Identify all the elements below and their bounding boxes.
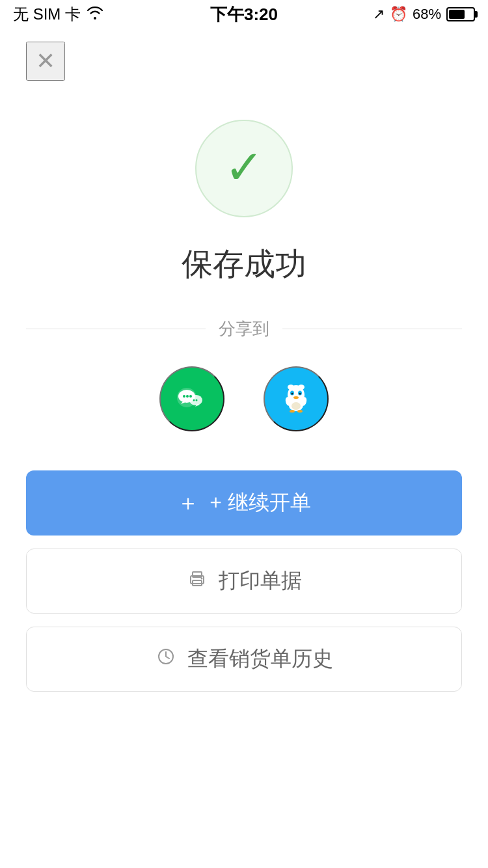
alarm-icon: ⏰ bbox=[390, 6, 407, 23]
share-section: 分享到 bbox=[26, 318, 462, 431]
svg-point-25 bbox=[201, 578, 203, 580]
svg-point-16 bbox=[290, 410, 295, 413]
share-label: 分享到 bbox=[219, 318, 269, 340]
success-title: 保存成功 bbox=[182, 243, 306, 285]
svg-point-13 bbox=[293, 396, 299, 399]
location-icon: ↗ bbox=[373, 6, 385, 23]
plus-icon: ＋ bbox=[177, 488, 199, 518]
history-button[interactable]: 查看销货单历史 bbox=[26, 627, 462, 692]
checkmark-icon: ✓ bbox=[224, 144, 264, 191]
wechat-icon bbox=[172, 379, 211, 418]
qq-icon bbox=[277, 379, 316, 418]
svg-point-3 bbox=[183, 395, 185, 398]
print-icon bbox=[186, 567, 208, 595]
svg-point-12 bbox=[299, 393, 301, 395]
share-divider: 分享到 bbox=[26, 318, 462, 340]
no-sim-label: 无 SIM 卡 bbox=[13, 4, 81, 25]
divider-left bbox=[26, 329, 206, 329]
close-icon: ✕ bbox=[36, 49, 55, 73]
svg-point-11 bbox=[291, 393, 293, 395]
svg-point-7 bbox=[196, 400, 198, 401]
status-time: 下午3:20 bbox=[210, 3, 278, 26]
divider-right bbox=[282, 329, 462, 329]
svg-point-21 bbox=[298, 385, 305, 390]
print-button[interactable]: 打印单据 bbox=[26, 549, 462, 614]
share-icons bbox=[26, 366, 462, 431]
battery-fill bbox=[449, 10, 465, 19]
history-icon bbox=[155, 645, 177, 673]
print-label: 打印单据 bbox=[219, 567, 302, 595]
share-qq-button[interactable] bbox=[264, 366, 329, 431]
wifi-icon bbox=[86, 5, 104, 23]
status-left: 无 SIM 卡 bbox=[13, 4, 104, 25]
status-right: ↗ ⏰ 68% bbox=[373, 6, 475, 23]
action-buttons: ＋ + 继续开单 打印单据 查看销货单历 bbox=[26, 470, 462, 692]
battery-icon bbox=[446, 7, 475, 21]
share-wechat-button[interactable] bbox=[159, 366, 224, 431]
svg-point-6 bbox=[193, 400, 195, 401]
continue-button[interactable]: ＋ + 继续开单 bbox=[26, 470, 462, 536]
success-circle: ✓ bbox=[195, 120, 293, 217]
svg-point-17 bbox=[297, 410, 303, 413]
history-label: 查看销货单历史 bbox=[187, 645, 333, 673]
status-bar: 无 SIM 卡 下午3:20 ↗ ⏰ 68% bbox=[0, 0, 488, 29]
main-content: ✕ ✓ 保存成功 分享到 bbox=[0, 29, 488, 868]
svg-point-5 bbox=[189, 395, 192, 398]
svg-point-4 bbox=[186, 395, 189, 398]
continue-label: + 继续开单 bbox=[210, 489, 311, 517]
close-button[interactable]: ✕ bbox=[26, 42, 65, 81]
battery-percent: 68% bbox=[413, 6, 441, 23]
svg-point-20 bbox=[288, 385, 294, 390]
svg-point-15 bbox=[291, 402, 301, 410]
